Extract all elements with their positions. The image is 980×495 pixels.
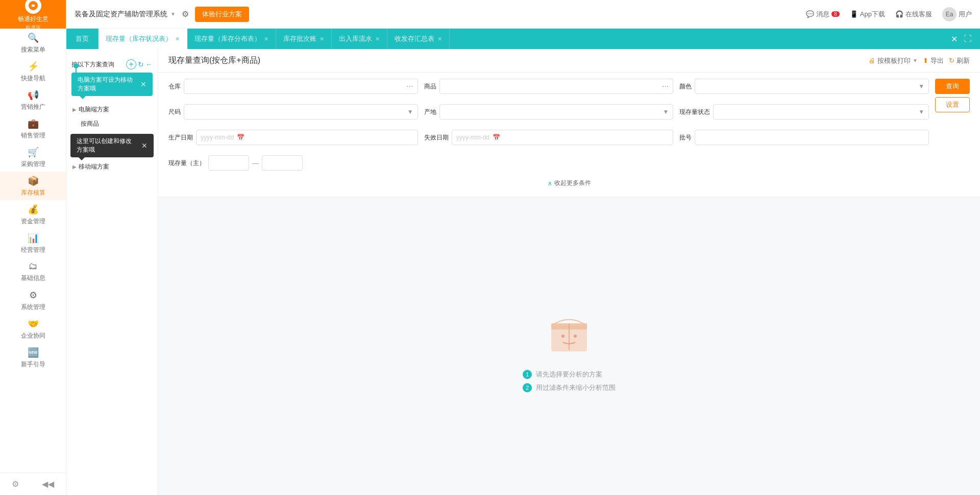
management-icon: 📊 [28, 232, 39, 244]
nav-item-management[interactable]: 📊 经营管理 [0, 229, 66, 257]
tab-bar: 首页 现存量（库存状况表） ✕ 现存量（库存分布表） ✕ 库存批次账 ✕ 出入库… [66, 29, 980, 49]
warehouse-dots-btn[interactable]: ··· [406, 82, 413, 91]
scheme-arrow-btn[interactable]: ← [145, 60, 153, 68]
tab-close-batch[interactable]: ✕ [320, 36, 324, 42]
settings-gear-icon[interactable]: ⚙ [182, 9, 189, 19]
create-tip-close[interactable]: ✕ [141, 142, 148, 150]
batch-input[interactable] [695, 130, 929, 145]
nav-item-enterprise[interactable]: 🤝 企业协同 [0, 315, 66, 343]
scheme-tip-close[interactable]: ✕ [140, 80, 146, 88]
scheme-refresh-btn[interactable]: ↻ [138, 60, 144, 68]
quantity-range: — [208, 155, 929, 171]
system-dropdown-arrow[interactable]: ▼ [170, 11, 176, 17]
tab-summary[interactable]: 收发存汇总表 ✕ [387, 29, 450, 49]
nav-label: 基础信息 [21, 274, 45, 282]
search-row-1: 仓库 ··· 商品 ··· [168, 79, 929, 94]
setting-button[interactable]: 设置 [935, 97, 970, 112]
product-text-input[interactable] [444, 83, 662, 90]
tab-close-flow[interactable]: ✕ [375, 36, 380, 42]
app-name: 畅通好生意 [18, 15, 48, 23]
size-label: 尺码 [168, 108, 181, 116]
color-select[interactable]: ▼ [695, 79, 929, 94]
tab-stock-dist[interactable]: 现存量（库存分布表） ✕ [187, 29, 276, 49]
scheme-group-desktop-toggle[interactable]: ▶ 电脑端方案 [68, 102, 156, 117]
origin-field: 产地 ▼ [424, 104, 674, 120]
message-btn[interactable]: 💬 消息 8 [806, 10, 840, 19]
tab-close-stock-dist[interactable]: ✕ [264, 36, 268, 42]
scheme-tip-tooltip: 电脑方案可设为移动方案哦 ✕ [71, 73, 153, 96]
warehouse-input[interactable]: ··· [184, 79, 418, 94]
nav-item-marketing[interactable]: 📢 营销推广 [0, 86, 66, 114]
print-icon: 🖨 [869, 57, 875, 64]
nav-label: 库存核算 [21, 188, 45, 197]
product-dots-btn[interactable]: ··· [662, 82, 669, 91]
refresh-icon: ↻ [949, 57, 954, 64]
scheme-group-mobile-toggle[interactable]: ▶ 移动端方案 [68, 159, 156, 174]
size-field: 尺码 ▼ [168, 104, 418, 120]
production-cal-icon[interactable]: 📅 [237, 134, 244, 141]
product-field: 商品 ··· [424, 79, 674, 94]
nav-item-finance[interactable]: 💰 资金管理 [0, 200, 66, 229]
nav-item-guide[interactable]: 🆕 新手引导 [0, 343, 66, 372]
tab-stock-status[interactable]: 现存量（库存状况表） ✕ [99, 29, 187, 49]
trial-button[interactable]: 体验行业方案 [195, 7, 249, 22]
app-logo: 畅通好生意 标准版 [0, 0, 66, 29]
scheme-sub-product[interactable]: 按商品 [68, 117, 156, 131]
tab-batch[interactable]: 库存批次账 ✕ [276, 29, 332, 49]
origin-label: 产地 [424, 108, 436, 116]
quantity-separator: — [252, 159, 259, 167]
nav-item-search[interactable]: 🔍 搜索菜单 [0, 29, 66, 57]
quantity-min-input[interactable] [208, 155, 249, 171]
search-icon: 🔍 [28, 32, 39, 43]
nav-item-system[interactable]: ⚙ 系统管理 [0, 286, 66, 315]
export-btn[interactable]: ⬆ 导出 [923, 56, 944, 65]
nav-item-quick[interactable]: ⚡ 快捷导航 [0, 57, 66, 86]
print-dropdown-icon[interactable]: ▼ [913, 58, 918, 63]
toggle-icon-mobile: ▶ [72, 164, 77, 170]
tab-close-stock-status[interactable]: ✕ [175, 36, 180, 42]
product-input[interactable]: ··· [439, 79, 674, 94]
search-actions: 查询 设置 [935, 79, 970, 112]
quantity-max-input[interactable] [262, 155, 303, 171]
tip-num-1: 1 [523, 370, 532, 379]
color-field: 颜色 ▼ [679, 79, 929, 94]
system-title-label: 装备及固定资产辅助管理系统 ▼ [75, 10, 176, 19]
svg-point-5 [574, 335, 577, 338]
refresh-btn[interactable]: ↻ 刷新 [949, 56, 970, 65]
nav-label: 新手引导 [21, 360, 45, 369]
collapse-conditions-btn[interactable]: ∧ 收起更多条件 [168, 176, 970, 191]
tab-close-summary[interactable]: ✕ [437, 36, 442, 42]
collapse-sidebar-icon[interactable]: ◀◀ [42, 479, 54, 489]
nav-item-purchase[interactable]: 🛒 采购管理 [0, 143, 66, 172]
mobile-icon: 📱 [850, 10, 858, 18]
production-date-input[interactable]: yyyy-mm-dd 📅 [196, 130, 418, 145]
query-button[interactable]: 查询 [935, 79, 970, 94]
print-btn[interactable]: 🖨 按模板打印 ▼ [869, 56, 918, 65]
warehouse-text-input[interactable] [188, 83, 406, 90]
expiry-date-label: 失效日期 [424, 133, 449, 142]
stock-status-select[interactable]: ▼ [713, 104, 929, 120]
connector-dot-1 [74, 63, 79, 68]
create-tip-tooltip: 这里可以创建和修改方案哦 ✕ [70, 134, 154, 157]
nav-item-sales[interactable]: 💼 销售管理 [0, 114, 66, 143]
top-header: 装备及固定资产辅助管理系统 ▼ ⚙ 体验行业方案 💬 消息 8 📱 App下载 … [66, 0, 980, 29]
settings-icon[interactable]: ⚙ [12, 479, 19, 489]
tab-fullscreen-icon[interactable]: ⛶ [962, 32, 974, 45]
header-right: 💬 消息 8 📱 App下载 🎧 在线客服 Ea 用户 [806, 7, 972, 21]
color-label: 颜色 [679, 82, 692, 91]
user-area[interactable]: Ea 用户 [942, 7, 972, 21]
online-service-btn[interactable]: 🎧 在线客服 [895, 10, 932, 19]
scheme-add-btn[interactable]: + [126, 59, 136, 69]
nav-item-inventory[interactable]: 📦 库存核算 [0, 172, 66, 200]
stock-status-field: 现存量状态 ▼ [679, 104, 929, 120]
expiry-cal-icon[interactable]: 📅 [493, 134, 500, 141]
sales-icon: 💼 [28, 118, 39, 129]
size-select[interactable]: ▼ [184, 104, 418, 120]
tab-home[interactable]: 首页 [66, 29, 99, 49]
app-download-btn[interactable]: 📱 App下载 [850, 10, 885, 19]
origin-select[interactable]: ▼ [439, 104, 674, 120]
expiry-date-input[interactable]: yyyy-mm-dd 📅 [452, 130, 674, 145]
tab-close-all-icon[interactable]: ✕ [949, 32, 960, 46]
nav-item-basic[interactable]: 🗂 基础信息 [0, 257, 66, 286]
tab-flow[interactable]: 出入库流水 ✕ [332, 29, 387, 49]
